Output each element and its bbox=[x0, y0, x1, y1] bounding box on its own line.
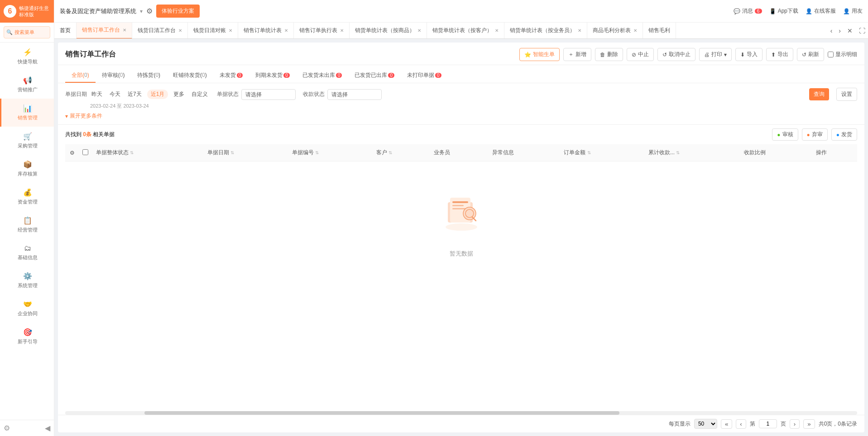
query-button[interactable]: 查询 bbox=[809, 88, 829, 100]
select-all-checkbox[interactable] bbox=[82, 149, 88, 155]
message-button[interactable]: 💬 消息 6 bbox=[734, 7, 762, 15]
stop-button[interactable]: ⊘ 中止 bbox=[627, 48, 654, 61]
tab-sales-exec[interactable]: 销售订单执行表 ✕ bbox=[294, 23, 350, 39]
tab-gross[interactable]: 销售毛利 bbox=[643, 23, 676, 39]
sub-tab-pending[interactable]: 待审核(0) bbox=[96, 69, 131, 83]
sidebar-item-purchase[interactable]: 🛒 采购管理 bbox=[0, 127, 54, 155]
purchase-icon: 🛒 bbox=[23, 132, 32, 141]
collapse-icon[interactable]: ◀ bbox=[45, 424, 50, 432]
smart-create-button[interactable]: ⭐ 智能生单 bbox=[519, 48, 560, 61]
sub-tab-shipped-out[interactable]: 已发货已出库0 bbox=[348, 69, 401, 83]
sort-icon-received: ⇅ bbox=[676, 150, 680, 155]
scrollbar-thumb[interactable] bbox=[144, 411, 619, 415]
sub-tab-all[interactable]: 全部(0) bbox=[65, 69, 96, 83]
page-number-input[interactable] bbox=[759, 419, 777, 428]
empty-text: 暂无数据 bbox=[450, 250, 473, 258]
column-setting-icon[interactable]: ⚙ bbox=[65, 144, 79, 161]
sidebar-item-guide[interactable]: 🎯 新手引导 bbox=[0, 322, 54, 351]
date-option-custom[interactable]: 自定义 bbox=[190, 90, 210, 99]
trial-button[interactable]: 体验行业方案 bbox=[156, 5, 200, 18]
tab-next-icon[interactable]: › bbox=[836, 25, 844, 36]
sidebar-item-inventory[interactable]: 📦 库存核算 bbox=[0, 155, 54, 183]
col-header-date[interactable]: 单据日期 ⇅ bbox=[204, 144, 288, 161]
sub-tab-not-printed[interactable]: 未打印单据0 bbox=[401, 69, 448, 83]
col-header-amount[interactable]: 订单金额 ⇅ bbox=[560, 144, 645, 161]
app-download-button[interactable]: 📱 App下载 bbox=[769, 7, 798, 15]
tab-sales-goods[interactable]: 销货单统计表（按商品） ✕ bbox=[350, 23, 427, 39]
search-menu-button[interactable]: 🔍 搜索菜单 bbox=[4, 26, 50, 38]
filter-row-1: 单据日期 昨天 今天 近7天 近1月 更多 自定义 单据状态 bbox=[65, 88, 857, 101]
tab-cash-daily[interactable]: 钱货日清工作台 ✕ bbox=[132, 23, 188, 39]
tab-profit[interactable]: 商品毛利分析表 ✕ bbox=[587, 23, 643, 39]
print-button[interactable]: 🖨 打印 ▾ bbox=[699, 48, 732, 61]
topbar-setting-icon[interactable]: ⚙ bbox=[146, 7, 153, 15]
cancel-stop-button[interactable]: ↺ 取消中止 bbox=[657, 48, 695, 61]
sidebar-item-finance[interactable]: 💰 资金管理 bbox=[0, 183, 54, 211]
col-header-received[interactable]: 累计收款... ⇅ bbox=[645, 144, 740, 161]
delete-button[interactable]: 🗑 删除 bbox=[595, 48, 623, 61]
user-menu-button[interactable]: 👤 用友 bbox=[843, 7, 863, 15]
tab-sales-stat[interactable]: 销售订单统计表 ✕ bbox=[238, 23, 294, 39]
refresh-button[interactable]: ↺ 刷新 bbox=[797, 48, 824, 61]
col-header-customer[interactable]: 客户 ⇅ bbox=[373, 144, 430, 161]
sidebar-item-system[interactable]: ⚙️ 系统管理 bbox=[0, 266, 54, 294]
first-page-button[interactable]: « bbox=[721, 419, 732, 429]
tab-sales-cust[interactable]: 销货单统计表（按客户） ✕ bbox=[427, 23, 504, 39]
date-option-more[interactable]: 更多 bbox=[172, 90, 186, 99]
settings-icon[interactable]: ⚙ bbox=[4, 424, 10, 432]
add-button[interactable]: ＋ 新增 bbox=[563, 48, 591, 61]
tab-close-sales-staff[interactable]: ✕ bbox=[578, 28, 581, 33]
sidebar-item-operations[interactable]: 📋 经营管理 bbox=[0, 211, 54, 239]
next-page-button[interactable]: › bbox=[790, 419, 800, 429]
tab-sales-staff[interactable]: 销货单统计表（按业务员） ✕ bbox=[504, 23, 587, 39]
tab-prev-icon[interactable]: ‹ bbox=[828, 25, 835, 36]
date-option-today[interactable]: 今天 bbox=[108, 90, 122, 99]
detail-checkbox[interactable] bbox=[828, 52, 834, 57]
sub-tab-not-shipped[interactable]: 未发货0 bbox=[213, 69, 249, 83]
sidebar-item-quick-nav[interactable]: ⚡ 快捷导航 bbox=[0, 43, 54, 71]
col-header-number[interactable]: 单据编号 ⇅ bbox=[288, 144, 373, 161]
tab-reconcile[interactable]: 钱货日清对账 ✕ bbox=[188, 23, 238, 39]
tab-home[interactable]: 首页 bbox=[54, 23, 77, 39]
tab-close-cash-daily[interactable]: ✕ bbox=[178, 28, 182, 33]
sidebar-item-basic-info[interactable]: 🗂 基础信息 bbox=[0, 239, 54, 266]
tab-close-sales-workbench[interactable]: ✕ bbox=[123, 28, 126, 33]
sidebar-item-collaboration[interactable]: 🤝 企业协同 bbox=[0, 294, 54, 322]
tab-maximize-icon[interactable]: ⛶ bbox=[856, 25, 868, 36]
tab-close-reconcile[interactable]: ✕ bbox=[229, 28, 232, 33]
sidebar-item-marketing[interactable]: 📢 营销推广 bbox=[0, 71, 54, 99]
sub-tab-picking[interactable]: 待拣货(0) bbox=[131, 69, 167, 83]
tab-close-sales-stat[interactable]: ✕ bbox=[284, 28, 288, 33]
tab-close-profit[interactable]: ✕ bbox=[633, 28, 637, 33]
sub-tab-wangpu[interactable]: 旺铺待发货(0) bbox=[167, 69, 213, 83]
dropdown-arrow-icon[interactable]: ▾ bbox=[140, 8, 143, 14]
date-option-yesterday[interactable]: 昨天 bbox=[90, 90, 104, 99]
last-page-button[interactable]: » bbox=[803, 419, 815, 429]
payment-filter-select[interactable]: 请选择 bbox=[327, 89, 382, 100]
reject-button[interactable]: ● 弃审 bbox=[802, 128, 828, 141]
ship-button[interactable]: ● 发货 bbox=[831, 128, 857, 141]
filter-settings-button[interactable]: 设置 bbox=[836, 88, 857, 101]
filter-date-options: 昨天 今天 近7天 近1月 更多 自定义 bbox=[90, 90, 210, 99]
per-page-select[interactable]: 10 20 50 100 bbox=[694, 419, 717, 429]
horizontal-scrollbar[interactable] bbox=[65, 411, 857, 415]
main-area: 装备及固定资产辅助管理系统 ▾ ⚙ 体验行业方案 💬 消息 6 📱 App下载 … bbox=[54, 0, 868, 436]
tab-close-sales-cust[interactable]: ✕ bbox=[495, 28, 499, 33]
tab-close-sales-exec[interactable]: ✕ bbox=[340, 28, 344, 33]
sub-tab-overdue[interactable]: 到期未发货0 bbox=[249, 69, 296, 83]
tab-sales-workbench[interactable]: 销售订单工作台 ✕ bbox=[77, 23, 132, 39]
date-option-7days[interactable]: 近7天 bbox=[126, 90, 144, 99]
prev-page-button[interactable]: ‹ bbox=[736, 419, 746, 429]
audit-button[interactable]: ● 审核 bbox=[772, 128, 798, 141]
sidebar-item-sales[interactable]: 📊 销售管理 bbox=[0, 99, 54, 127]
import-button[interactable]: ⬇ 导入 bbox=[735, 48, 762, 61]
expand-filter-button[interactable]: ▾ 展开更多条件 bbox=[65, 112, 857, 120]
online-service-button[interactable]: 👤 在线客服 bbox=[806, 7, 836, 15]
sub-tab-shipped-no-out[interactable]: 已发货未出库0 bbox=[296, 69, 349, 83]
col-header-status[interactable]: 单据整体状态 ⇅ bbox=[92, 144, 204, 161]
date-option-1month[interactable]: 近1月 bbox=[147, 90, 168, 99]
tab-close-all-icon[interactable]: ✕ bbox=[844, 25, 855, 36]
status-filter-select[interactable]: 请选择 bbox=[241, 89, 296, 100]
export-button[interactable]: ⬆ 导出 bbox=[766, 48, 793, 61]
tab-close-sales-goods[interactable]: ✕ bbox=[417, 28, 421, 33]
